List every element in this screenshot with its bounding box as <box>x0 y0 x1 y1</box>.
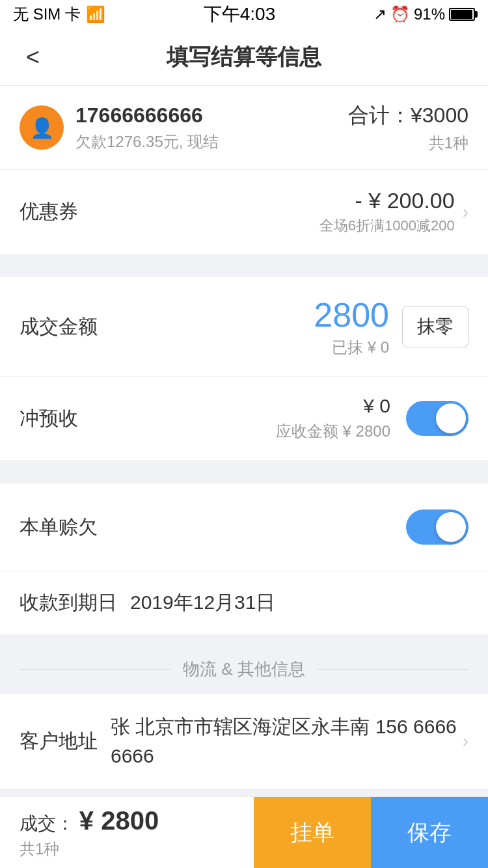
section-divider-2 <box>0 470 488 483</box>
credit-toggle[interactable] <box>406 509 468 545</box>
status-time: 下午4:03 <box>204 2 276 27</box>
avatar: 👤 <box>20 105 64 150</box>
transaction-amount-wrap: 2800 已抹 ¥ 0 <box>314 295 389 358</box>
credit-toggle-knob <box>436 512 466 542</box>
credit-section: 本单赊欠 收款到期日 2019年12月31日 <box>0 483 488 634</box>
round-button[interactable]: 抹零 <box>402 306 468 347</box>
sim-label: 无 SIM 卡 <box>13 4 81 25</box>
transaction-right: 2800 已抹 ¥ 0 抹零 <box>314 295 468 358</box>
status-bar: 无 SIM 卡 📶 下午4:03 ↗ ⏰ 91% <box>0 0 488 29</box>
hold-button[interactable]: 挂单 <box>254 797 371 869</box>
duedate-value: 2019年12月31日 <box>130 590 275 616</box>
customer-row: 👤 17666666666 欠款1276.35元, 现结 合计：¥3000 共1… <box>0 86 488 169</box>
coupon-label: 优惠券 <box>20 198 78 225</box>
logistics-divider-text: 物流 & 其他信息 <box>183 658 305 681</box>
coupon-row[interactable]: 优惠券 - ¥ 200.00 全场6折满1000减200 › <box>0 169 488 254</box>
transaction-label: 成交金额 <box>20 314 98 340</box>
prepaid-row: 冲预收 ¥ 0 应收金额 ¥ 2800 <box>0 376 488 460</box>
divider-line-left <box>20 669 170 670</box>
address-row[interactable]: 客户地址 张 北京市市辖区海淀区永丰南 156 6666 6666 › <box>0 694 488 789</box>
prepaid-label: 冲预收 <box>20 405 78 432</box>
bottom-bar: 成交： ¥ 2800 共1种 挂单 保存 <box>0 796 488 868</box>
avatar-icon: 👤 <box>30 116 54 139</box>
location-icon: ↗ <box>373 5 386 23</box>
total-count: 共1种 <box>348 133 468 154</box>
bottom-deal-row: 成交： ¥ 2800 <box>20 806 234 836</box>
logistics-divider: 物流 & 其他信息 <box>0 645 488 694</box>
prepaid-amounts: ¥ 0 应收金额 ¥ 2800 <box>276 395 390 442</box>
coupon-amount: - ¥ 200.00 <box>319 188 455 213</box>
address-value: 张 北京市市辖区海淀区永丰南 156 6666 6666 <box>111 712 463 770</box>
transaction-amount: 2800 <box>314 295 389 334</box>
coupon-right: - ¥ 200.00 全场6折满1000减200 › <box>319 188 468 236</box>
credit-label: 本单赊欠 <box>20 514 98 541</box>
transaction-row: 成交金额 2800 已抹 ¥ 0 抹零 <box>0 277 488 376</box>
coupon-discount: - ¥ 200.00 全场6折满1000减200 <box>319 188 455 236</box>
customer-debt: 欠款1276.35元, 现结 <box>75 131 219 152</box>
total-amount: 合计：¥3000 <box>348 102 468 130</box>
customer-info: 17666666666 欠款1276.35元, 现结 <box>75 103 219 152</box>
divider-line-right <box>318 669 468 670</box>
section-divider-1 <box>0 264 488 277</box>
prepaid-value: ¥ 0 <box>276 395 390 417</box>
battery-percent: 91% <box>414 5 445 23</box>
coupon-desc: 全场6折满1000减200 <box>319 216 455 236</box>
transaction-rounded: 已抹 ¥ 0 <box>314 337 389 358</box>
credit-row: 本单赊欠 <box>0 483 488 571</box>
battery-icon <box>449 8 475 21</box>
duedate-row: 收款到期日 2019年12月31日 <box>0 571 488 634</box>
customer-left: 👤 17666666666 欠款1276.35元, 现结 <box>20 103 219 152</box>
transaction-section: 成交金额 2800 已抹 ¥ 0 抹零 冲预收 ¥ 0 应收金额 ¥ 2800 <box>0 277 488 460</box>
wifi-icon: 📶 <box>86 5 105 23</box>
toggle-knob <box>436 403 466 433</box>
customer-phone: 17666666666 <box>75 103 219 128</box>
status-right: ↗ ⏰ 91% <box>373 5 475 23</box>
prepaid-receivable: 应收金额 ¥ 2800 <box>276 421 390 442</box>
content-area: 👤 17666666666 欠款1276.35元, 现结 合计：¥3000 共1… <box>0 86 488 868</box>
bottom-count: 共1种 <box>20 839 234 860</box>
save-button[interactable]: 保存 <box>371 797 488 869</box>
bottom-deal-label: 成交： <box>20 813 74 834</box>
bottom-summary: 成交： ¥ 2800 共1种 <box>0 806 254 860</box>
duedate-label: 收款到期日 <box>20 590 117 616</box>
address-chevron-icon: › <box>463 731 468 752</box>
alarm-icon: ⏰ <box>390 5 410 23</box>
customer-right: 合计：¥3000 共1种 <box>348 102 468 154</box>
address-section: 客户地址 张 北京市市辖区海淀区永丰南 156 6666 6666 › <box>0 694 488 789</box>
back-button[interactable]: < <box>20 37 46 77</box>
prepaid-right: ¥ 0 应收金额 ¥ 2800 <box>276 395 468 442</box>
status-left: 无 SIM 卡 📶 <box>13 4 105 25</box>
prepaid-toggle[interactable] <box>406 401 468 436</box>
address-label: 客户地址 <box>20 728 98 755</box>
nav-bar: < 填写结算等信息 <box>0 29 488 86</box>
page-title: 填写结算等信息 <box>167 42 321 72</box>
bottom-deal-amount: ¥ 2800 <box>79 806 159 835</box>
coupon-chevron-icon: › <box>463 202 468 223</box>
customer-section: 👤 17666666666 欠款1276.35元, 现结 合计：¥3000 共1… <box>0 86 488 254</box>
